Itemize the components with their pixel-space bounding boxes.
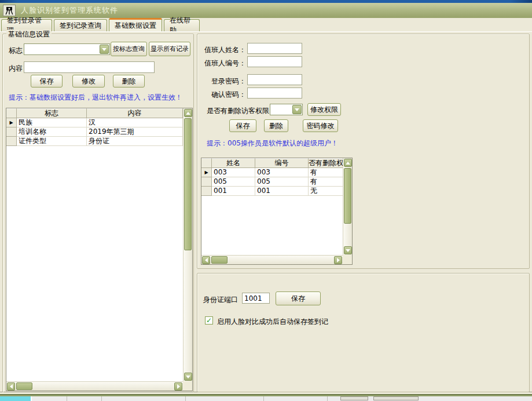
cell-number: 005 [255, 177, 309, 187]
taskbar-separator [101, 396, 102, 401]
save-button[interactable]: 保存 [31, 75, 63, 88]
cell-permission: 有 [309, 168, 343, 177]
cell-number: 003 [255, 168, 309, 177]
vertical-scrollbar[interactable] [343, 158, 352, 255]
scroll-up-icon[interactable] [184, 109, 192, 117]
camera-tripod-icon [3, 5, 16, 16]
confirm-password-input[interactable] [247, 88, 302, 99]
mark-label: 标志 [9, 46, 23, 56]
delete-permission-label: 是否有删除访客权限 [207, 106, 269, 116]
operator-delete-button[interactable]: 删除 [264, 119, 288, 132]
cell-mark: 证件类型 [17, 137, 87, 146]
header-delete-permission[interactable]: 否有删除权 [309, 158, 343, 168]
modify-permission-button[interactable]: 修改权限 [307, 103, 341, 116]
header-number[interactable]: 编号 [255, 158, 309, 168]
operators-table: 姓名 编号 否有删除权 ▶ 003 003 有 005 005 有 [201, 158, 353, 265]
cell-mark: 培训名称 [17, 127, 87, 137]
delete-permission-value [271, 105, 292, 114]
delete-button[interactable]: 删除 [113, 75, 145, 88]
table-row[interactable]: 001 001 无 [201, 187, 352, 196]
operator-save-button[interactable]: 保存 [229, 119, 256, 132]
row-selector[interactable] [201, 187, 212, 196]
operator-groupbox: 值班人姓名： 值班人编号： 登录密码： 确认密码： 是否有删除访客权限 修改权限… [197, 34, 530, 269]
cell-content: 2019年第三期 [87, 127, 183, 137]
table-row[interactable]: 培训名称 2019年第三期 [6, 127, 192, 137]
taskbar-separator [185, 396, 186, 401]
header-content[interactable]: 内容 [87, 108, 183, 118]
scrollbar-corner [183, 381, 192, 391]
chevron-down-icon[interactable] [292, 105, 302, 114]
row-selector[interactable]: ▶ [201, 168, 212, 177]
table-row[interactable]: 证件类型 身份证 [6, 137, 192, 146]
taskbar-button[interactable] [340, 396, 368, 400]
scroll-down-icon[interactable] [184, 373, 192, 381]
vertical-scrollbar[interactable] [183, 108, 192, 381]
taskbar-button[interactable] [373, 396, 419, 400]
app-window: 人脸识别签到管理系统软件 签到登录管理 签到记录查询 基础数据设置 在线帮助 基… [0, 0, 532, 401]
scroll-left-icon[interactable] [202, 256, 210, 264]
duty-number-input[interactable] [247, 56, 302, 67]
window-title: 人脸识别签到管理系统软件 [21, 5, 118, 16]
port-save-button[interactable]: 保存 [276, 291, 321, 305]
basic-data-tip: 提示：基础数据设置好后，退出软件再进入，设置生效！ [9, 93, 182, 103]
cell-content: 身份证 [87, 137, 183, 146]
duty-name-input[interactable] [247, 43, 302, 54]
confirm-password-label: 确认密码： [202, 90, 246, 100]
scrollbar-thumb[interactable] [184, 118, 192, 250]
table-row[interactable]: ▶ 003 003 有 [201, 168, 352, 177]
password-modify-button[interactable]: 密码修改 [303, 119, 338, 132]
content-label: 内容 [9, 64, 23, 74]
scroll-right-icon[interactable] [174, 382, 182, 391]
title-bar[interactable]: 人脸识别签到管理系统软件 [0, 3, 532, 18]
taskbar-start-button[interactable] [0, 396, 32, 401]
tab-online-help[interactable]: 在线帮助 [164, 19, 200, 31]
header-selector [201, 158, 212, 168]
row-selector[interactable] [6, 137, 17, 146]
scroll-right-icon[interactable] [334, 256, 342, 264]
tab-bar: 签到登录管理 签到记录查询 基础数据设置 在线帮助 [1, 18, 531, 31]
table-row[interactable]: 005 005 有 [201, 177, 352, 187]
table-row[interactable]: ▶ 民族 汉 [6, 118, 192, 127]
header-mark[interactable]: 标志 [17, 108, 87, 118]
scroll-down-icon[interactable] [344, 246, 352, 254]
auto-save-checkbox[interactable]: ✓ [205, 316, 213, 325]
show-all-records-button[interactable]: 显示所有记录 [149, 42, 190, 56]
scrollbar-thumb[interactable] [344, 168, 351, 224]
cell-content: 汉 [87, 118, 183, 127]
query-by-mark-button[interactable]: 按标志查询 [111, 42, 147, 56]
auto-save-checkbox-label: 启用人脸对比成功后自动保存签到记 [217, 317, 328, 327]
row-selector[interactable] [201, 177, 212, 187]
id-port-label: 身份证端口 [203, 295, 238, 305]
modify-button[interactable]: 修改 [72, 75, 105, 88]
scroll-left-icon[interactable] [7, 382, 15, 391]
row-selector[interactable]: ▶ [6, 118, 17, 127]
horizontal-scrollbar[interactable] [201, 255, 343, 264]
header-name[interactable]: 姓名 [212, 158, 255, 168]
mark-combobox[interactable] [24, 43, 110, 55]
delete-permission-combobox[interactable] [270, 104, 303, 115]
tab-signin-records[interactable]: 签到记录查询 [54, 19, 107, 31]
group-title: 基础信息设置 [6, 30, 52, 39]
login-password-input[interactable] [247, 74, 302, 85]
duty-number-label: 值班人编号： [202, 59, 246, 68]
content-input[interactable] [24, 61, 155, 73]
tab-basic-data[interactable]: 基础数据设置 [109, 18, 162, 31]
scrollbar-corner [343, 255, 352, 264]
table-header-row: 姓名 编号 否有删除权 [201, 158, 352, 168]
scrollbar-thumb[interactable] [211, 256, 228, 264]
taskbar-separator [67, 396, 67, 401]
cell-name: 003 [212, 168, 255, 177]
cell-name: 005 [212, 177, 255, 187]
super-user-tip: 提示：005操作员是软件默认的超级用户！ [207, 138, 338, 148]
scrollbar-thumb[interactable] [16, 382, 32, 390]
taskbar-separator [327, 396, 328, 401]
tab-page-basic-data: 基础信息设置 标志 按标志查询 显示所有记录 内容 保存 修改 删除 提示：基础… [0, 31, 532, 392]
basic-info-groupbox: 基础信息设置 标志 按标志查询 显示所有记录 内容 保存 修改 删除 提示：基础… [2, 34, 194, 393]
row-pointer-icon: ▶ [9, 120, 13, 125]
horizontal-scrollbar[interactable] [6, 381, 183, 391]
id-port-input[interactable] [242, 293, 270, 304]
row-selector[interactable] [6, 127, 17, 137]
scroll-up-icon[interactable] [344, 159, 352, 167]
cell-permission: 有 [309, 177, 343, 187]
chevron-down-icon[interactable] [100, 45, 109, 54]
